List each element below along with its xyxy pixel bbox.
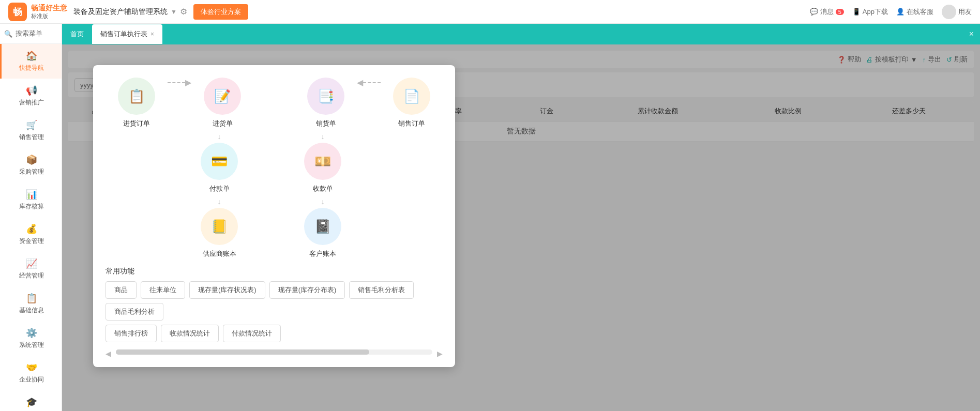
system-title: 装备及固定资产辅助管理系统 bbox=[73, 7, 168, 17]
sales-bill-node: 📑 销货单 bbox=[295, 78, 357, 128]
receipt-bill-circle[interactable]: 💴 bbox=[304, 143, 341, 180]
system-dropdown-icon[interactable]: ▼ bbox=[171, 8, 177, 16]
sidebar-item-system[interactable]: ⚙️ 系统管理 bbox=[0, 321, 62, 356]
func-btn-product-margin[interactable]: 商品毛利分析 bbox=[105, 303, 163, 321]
service-icon: 👤 bbox=[896, 8, 904, 16]
message-btn[interactable]: 💬 消息 5 bbox=[810, 7, 844, 17]
sidebar-item-guide[interactable]: 🎓 新手引导 bbox=[0, 390, 62, 411]
sidebar-item-marketing[interactable]: 📢 营销推广 bbox=[0, 79, 62, 113]
logo-icon: 畅 bbox=[8, 3, 27, 21]
sidebar-search[interactable]: 🔍 搜索菜单 bbox=[0, 24, 62, 44]
trial-button[interactable]: 体验行业方案 bbox=[193, 4, 248, 20]
sidebar-item-cooperation[interactable]: 🤝 企业协同 bbox=[0, 356, 62, 390]
payment-bill-circle[interactable]: 💳 bbox=[201, 143, 238, 180]
sidebar-item-label: 系统管理 bbox=[19, 341, 44, 349]
scrollbar-track bbox=[116, 349, 432, 355]
header-left: 畅 畅通好生意 标准版 装备及固定资产辅助管理系统 ▼ ⚙ 体验行业方案 bbox=[8, 3, 248, 21]
search-label: 搜索菜单 bbox=[16, 29, 42, 38]
tab-bar-close-btn[interactable]: × bbox=[963, 29, 980, 39]
message-badge: 5 bbox=[836, 9, 844, 15]
tab-sales-order-exec[interactable]: 销售订单执行表 × bbox=[92, 24, 162, 44]
customer-ledger-label: 客户账本 bbox=[309, 249, 336, 258]
main-layout: 🔍 搜索菜单 🏠 快捷导航 📢 营销推广 🛒 销售管理 📦 采购管理 📊 库存核… bbox=[0, 24, 980, 411]
sidebar-item-label: 销售管理 bbox=[19, 133, 44, 142]
search-icon: 🔍 bbox=[4, 30, 12, 38]
guide-icon: 🎓 bbox=[26, 397, 37, 408]
online-service-btn[interactable]: 👤 在线客服 bbox=[896, 7, 933, 17]
sidebar-item-basic-info[interactable]: 📋 基础信息 bbox=[0, 286, 62, 321]
page-content: ❓ 帮助 🖨 按模板打印 ▼ ↑ 导出 ↺ 刷新 bbox=[62, 44, 980, 411]
supplier-ledger-circle[interactable]: 📒 bbox=[201, 208, 238, 245]
sidebar-item-label: 经营管理 bbox=[19, 271, 44, 280]
top-header: 畅 畅通好生意 标准版 装备及固定资产辅助管理系统 ▼ ⚙ 体验行业方案 💬 消… bbox=[0, 0, 980, 24]
sales-bill-icon: 📑 bbox=[318, 88, 334, 104]
app-icon: 📱 bbox=[852, 8, 861, 16]
scroll-left-icon[interactable]: ◀ bbox=[105, 349, 111, 358]
func-btn-contact[interactable]: 往来单位 bbox=[141, 281, 185, 299]
app-download-btn[interactable]: 📱 App下载 bbox=[852, 7, 888, 17]
scrollbar-thumb[interactable] bbox=[116, 349, 369, 355]
user-name: 用友 bbox=[958, 7, 972, 17]
avatar bbox=[942, 5, 956, 19]
system-title-area: 装备及固定资产辅助管理系统 ▼ ⚙ bbox=[73, 7, 187, 17]
customer-ledger-circle[interactable]: 📓 bbox=[304, 208, 341, 245]
quick-nav-icon: 🏠 bbox=[26, 50, 37, 62]
purchase-bill-circle[interactable]: 📝 bbox=[204, 78, 241, 115]
func-btn-stock-dist[interactable]: 现存量(库存分布表) bbox=[269, 281, 345, 299]
sidebar-item-inventory[interactable]: 📊 库存核算 bbox=[0, 182, 62, 217]
brand-version: 标准版 bbox=[31, 12, 67, 20]
receipt-bill-label: 收款单 bbox=[313, 184, 333, 193]
sidebar-item-label: 资金管理 bbox=[19, 237, 44, 246]
brand-name: 畅通好生意 bbox=[31, 3, 67, 12]
purchase-order-node: 📋 进货订单 bbox=[105, 78, 168, 128]
func-btn-stock-status[interactable]: 现存量(库存状况表) bbox=[189, 281, 265, 299]
sales-icon: 🛒 bbox=[26, 119, 37, 131]
tab-close-icon[interactable]: × bbox=[150, 31, 154, 38]
receipt-bill-icon: 💴 bbox=[314, 154, 331, 170]
func-btn-sales-margin[interactable]: 销售毛利分析表 bbox=[349, 281, 414, 299]
settings-icon[interactable]: ⚙ bbox=[180, 7, 187, 17]
sidebar-item-label: 基础信息 bbox=[19, 306, 44, 315]
scroll-right-icon[interactable]: ▶ bbox=[437, 349, 443, 358]
sales-order-circle[interactable]: 📄 bbox=[393, 78, 430, 115]
modal-scrollbar-area: ◀ ▶ bbox=[105, 349, 443, 355]
purchase-order-icon: 📋 bbox=[128, 88, 145, 104]
tab-home[interactable]: 首页 bbox=[62, 24, 92, 44]
purchase-order-label: 进货订单 bbox=[123, 119, 150, 128]
purchase-bill-icon: 📝 bbox=[214, 88, 231, 104]
customer-ledger-node: 📓 客户账本 bbox=[292, 208, 354, 258]
sales-bill-label: 销货单 bbox=[316, 119, 336, 128]
sidebar-item-purchase[interactable]: 📦 采购管理 bbox=[0, 148, 62, 182]
function-buttons-row2: 销售排行榜 收款情况统计 付款情况统计 bbox=[105, 325, 443, 342]
user-menu-btn[interactable]: 用友 bbox=[942, 5, 972, 19]
purchase-order-circle[interactable]: 📋 bbox=[118, 78, 155, 115]
purchase-icon: 📦 bbox=[26, 154, 37, 165]
payment-bill-icon: 💳 bbox=[211, 154, 228, 170]
sales-bill-circle[interactable]: 📑 bbox=[307, 78, 344, 115]
inventory-icon: 📊 bbox=[26, 189, 37, 200]
system-icon: ⚙️ bbox=[26, 327, 37, 339]
logo-area: 畅 畅通好生意 标准版 bbox=[8, 3, 67, 21]
operation-icon: 📈 bbox=[26, 258, 37, 269]
supplier-ledger-node: 📒 供应商账本 bbox=[188, 208, 250, 258]
supplier-ledger-label: 供应商账本 bbox=[203, 249, 236, 258]
sidebar-item-finance[interactable]: 💰 资金管理 bbox=[0, 217, 62, 252]
message-icon: 💬 bbox=[810, 8, 818, 16]
modal-overlay: 📋 进货订单 ▶ 📝 bbox=[62, 44, 980, 411]
func-btn-receipt-stats[interactable]: 收款情况统计 bbox=[161, 325, 219, 342]
customer-ledger-icon: 📓 bbox=[314, 219, 331, 235]
sidebar-item-quick-nav[interactable]: 🏠 快捷导航 bbox=[0, 44, 62, 79]
sidebar-item-label: 库存核算 bbox=[19, 202, 44, 211]
func-btn-payment-stats[interactable]: 付款情况统计 bbox=[223, 325, 281, 342]
message-label: 消息 bbox=[820, 7, 834, 17]
sales-order-icon: 📄 bbox=[403, 88, 420, 104]
func-btn-sales-rank[interactable]: 销售排行榜 bbox=[105, 325, 157, 342]
content-area: 首页 销售订单执行表 × × ❓ 帮助 🖨 按模板打印 bbox=[62, 24, 980, 411]
common-functions-title: 常用功能 bbox=[105, 267, 443, 276]
sidebar-item-operation[interactable]: 📈 经营管理 bbox=[0, 252, 62, 286]
cooperation-icon: 🤝 bbox=[26, 362, 37, 373]
header-right: 💬 消息 5 📱 App下载 👤 在线客服 用友 bbox=[810, 5, 972, 19]
func-btn-product[interactable]: 商品 bbox=[105, 281, 137, 299]
supplier-ledger-icon: 📒 bbox=[211, 219, 228, 235]
sidebar-item-sales[interactable]: 🛒 销售管理 bbox=[0, 113, 62, 148]
